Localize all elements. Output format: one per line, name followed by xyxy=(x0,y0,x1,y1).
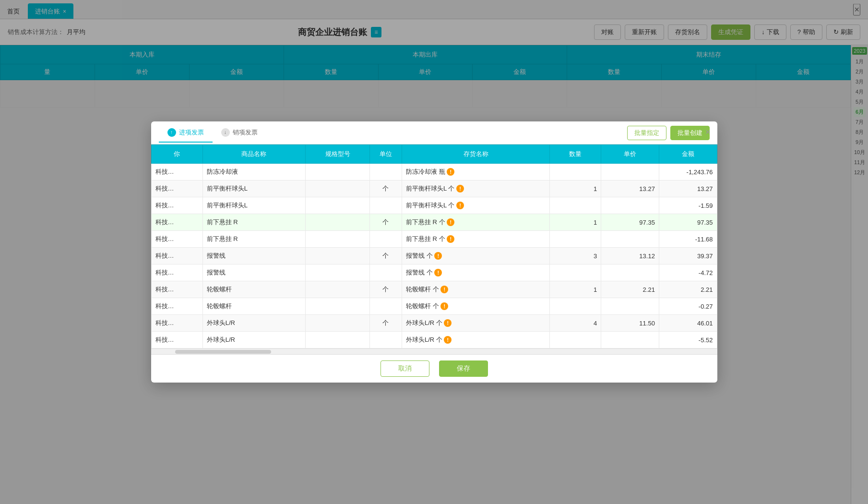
table-cell: 外球头L/R 个 ! xyxy=(402,332,549,348)
table-cell: -11.68 xyxy=(659,231,717,248)
warn-icon: ! xyxy=(447,235,454,243)
inventory-name: 报警线 个 xyxy=(406,252,433,259)
bg-area: 本期入库 本期出库 期末结存 量 单价 金额 xyxy=(0,45,868,504)
table-cell: 46.01 xyxy=(659,315,717,332)
table-cell: 13.27 xyxy=(659,180,717,197)
warn-icon: ! xyxy=(456,185,464,192)
th-inventory-name: 存货名称 xyxy=(402,145,549,164)
save-button[interactable]: 保存 xyxy=(439,360,488,377)
table-cell: 科技… xyxy=(151,332,202,348)
warn-icon: ! xyxy=(440,286,448,293)
horizontal-scrollbar[interactable] xyxy=(151,348,717,354)
warn-icon: ! xyxy=(447,218,454,226)
th-spec: 规格型号 xyxy=(306,145,370,164)
tab-purchase-label: 进项发票 xyxy=(179,128,204,137)
table-row[interactable]: 科技…外球头L/R外球头L/R 个 !-5.52 xyxy=(151,332,717,348)
table-cell: 科技… xyxy=(151,248,202,264)
table-row[interactable]: 科技…前下悬挂 R个前下悬挂 R 个 !197.3597.35 xyxy=(151,214,717,231)
table-cell: 科技… xyxy=(151,298,202,315)
table-cell xyxy=(550,197,601,214)
table-cell: 外球头L/R xyxy=(202,315,305,332)
modal-table-wrapper[interactable]: 你 商品名称 规格型号 单位 xyxy=(151,144,717,348)
table-cell: 13.27 xyxy=(601,180,659,197)
table-cell: 个 xyxy=(370,248,402,264)
table-cell: -1.59 xyxy=(659,197,717,214)
table-cell: 前下悬挂 R xyxy=(202,231,305,248)
table-row[interactable]: 科技…轮毂螺杆轮毂螺杆 个 !-0.27 xyxy=(151,298,717,315)
table-cell: 前平衡杆球头L xyxy=(202,180,305,197)
tab-sale-label: 销项发票 xyxy=(233,128,258,137)
table-cell: -0.27 xyxy=(659,298,717,315)
th-col1: 你 xyxy=(151,145,202,164)
inventory-name: 报警线 个 xyxy=(406,269,433,276)
th-product-name: 商品名称 xyxy=(202,145,305,164)
modal-table-body: 科技…防冻冷却液防冻冷却液 瓶 !-1,243.76科技…前平衡杆球头L个前平衡… xyxy=(151,164,717,348)
batch-assign-button[interactable]: 批量指定 xyxy=(627,126,666,140)
table-cell: 报警线 个 ! xyxy=(402,248,549,264)
table-cell xyxy=(306,281,370,298)
table-cell: 轮毂螺杆 xyxy=(202,298,305,315)
warn-icon: ! xyxy=(434,269,442,276)
table-row[interactable]: 科技…报警线个报警线 个 !313.1239.37 xyxy=(151,248,717,264)
table-row[interactable]: 科技…前平衡杆球头L前平衡杆球头L 个 !-1.59 xyxy=(151,197,717,214)
table-cell: 科技… xyxy=(151,315,202,332)
batch-create-button[interactable]: 批量创建 xyxy=(670,126,710,140)
table-row[interactable]: 科技…前平衡杆球头L个前平衡杆球头L 个 !113.2713.27 xyxy=(151,180,717,197)
table-cell: 2.21 xyxy=(601,281,659,298)
warn-icon: ! xyxy=(447,168,454,176)
table-cell xyxy=(306,180,370,197)
cancel-button[interactable]: 取消 xyxy=(380,360,429,377)
table-cell xyxy=(306,332,370,348)
modal-footer: 取消 保存 xyxy=(151,354,717,383)
table-row[interactable]: 科技…外球头L/R个外球头L/R 个 !411.5046.01 xyxy=(151,315,717,332)
modal-overlay: ↑ 进项发票 ↓ 销项发票 批量指定 批量创建 × xyxy=(0,45,868,504)
table-cell: 13.12 xyxy=(601,248,659,264)
table-cell: 轮毂螺杆 个 ! xyxy=(402,281,549,298)
inventory-name: 前平衡杆球头L 个 xyxy=(406,185,454,192)
table-cell: 1 xyxy=(550,180,601,197)
tab-purchase[interactable]: ↑ 进项发票 xyxy=(159,123,213,143)
table-cell xyxy=(601,332,659,348)
table-cell: 前下悬挂 R 个 ! xyxy=(402,231,549,248)
tab-sale[interactable]: ↓ 销项发票 xyxy=(213,123,266,143)
table-cell: 1 xyxy=(550,214,601,231)
table-cell: 个 xyxy=(370,214,402,231)
table-cell xyxy=(601,231,659,248)
table-cell xyxy=(550,332,601,348)
table-cell: 科技… xyxy=(151,281,202,298)
modal-close-button[interactable]: × xyxy=(705,127,711,137)
table-cell: 科技… xyxy=(151,231,202,248)
table-cell: -1,243.76 xyxy=(659,164,717,180)
table-row[interactable]: 科技…前下悬挂 R前下悬挂 R 个 !-11.68 xyxy=(151,231,717,248)
table-cell: 报警线 xyxy=(202,248,305,264)
table-cell: 前下悬挂 R xyxy=(202,214,305,231)
table-cell xyxy=(306,231,370,248)
table-cell: 前平衡杆球头L 个 ! xyxy=(402,180,549,197)
inventory-name: 前下悬挂 R 个 xyxy=(406,235,445,242)
table-cell: 97.35 xyxy=(659,214,717,231)
table-cell xyxy=(370,164,402,180)
table-row[interactable]: 科技…报警线报警线 个 !-4.72 xyxy=(151,264,717,281)
table-cell: 报警线 个 ! xyxy=(402,264,549,281)
table-cell xyxy=(306,164,370,180)
table-row[interactable]: 科技…轮毂螺杆个轮毂螺杆 个 !12.212.21 xyxy=(151,281,717,298)
modal-header-actions: 批量指定 批量创建 xyxy=(627,126,710,140)
table-cell: 前下悬挂 R 个 ! xyxy=(402,214,549,231)
table-cell: 报警线 xyxy=(202,264,305,281)
table-cell xyxy=(306,264,370,281)
table-cell: 外球头L/R xyxy=(202,332,305,348)
table-cell: -4.72 xyxy=(659,264,717,281)
table-cell: -5.52 xyxy=(659,332,717,348)
modal-table-header-row: 你 商品名称 规格型号 单位 xyxy=(151,145,717,164)
table-cell xyxy=(370,332,402,348)
table-cell xyxy=(550,298,601,315)
table-row[interactable]: 科技…防冻冷却液防冻冷却液 瓶 !-1,243.76 xyxy=(151,164,717,180)
inventory-name: 轮毂螺杆 个 xyxy=(406,286,439,293)
warn-icon: ! xyxy=(440,302,448,310)
th-price: 单价 xyxy=(601,145,659,164)
table-cell: 科技… xyxy=(151,180,202,197)
table-cell xyxy=(550,231,601,248)
modal-table: 你 商品名称 规格型号 单位 xyxy=(151,144,717,348)
table-cell: 11.50 xyxy=(601,315,659,332)
table-cell xyxy=(370,231,402,248)
